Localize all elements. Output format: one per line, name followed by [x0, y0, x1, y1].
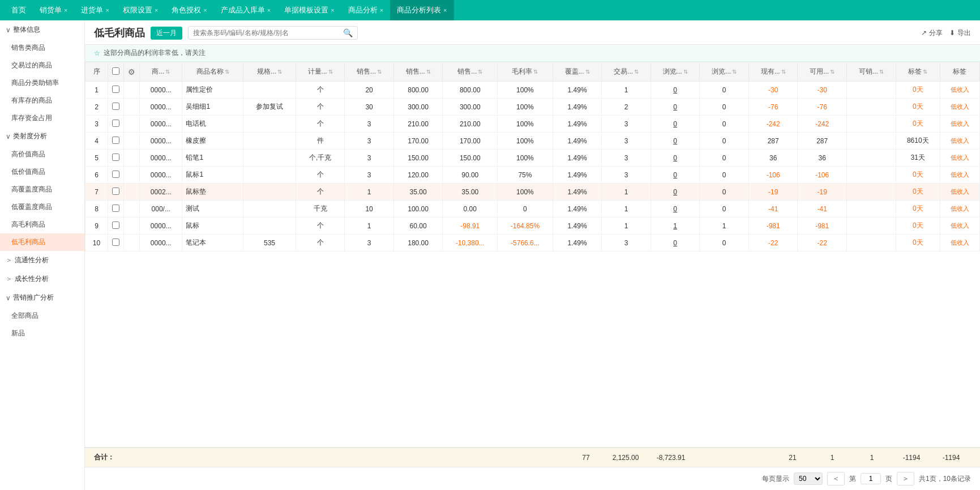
row-checkbox[interactable] [112, 238, 119, 246]
th-sales-price[interactable]: 销售...⇅ [393, 62, 443, 82]
nav-sales-order[interactable]: 销货单 × [33, 0, 74, 20]
view1-link[interactable]: 1 [673, 222, 677, 230]
row-checkbox[interactable] [112, 171, 119, 178]
th-spec[interactable]: 规格...⇅ [243, 62, 296, 82]
view1-link[interactable]: 0 [673, 171, 677, 179]
cell-view1[interactable]: 0 [651, 167, 700, 184]
nav-close-permission[interactable]: × [155, 7, 158, 14]
sidebar-group-tier[interactable]: ∨ 类射度分析 [0, 127, 84, 146]
sidebar-item-high-coverage[interactable]: 高覆盖度商品 [0, 181, 84, 198]
cell-check[interactable] [108, 99, 124, 116]
th-check[interactable] [108, 62, 124, 82]
cell-view1[interactable]: 0 [651, 133, 700, 150]
cell-check[interactable] [108, 150, 124, 167]
row-checkbox[interactable] [112, 204, 119, 212]
nav-close-purchase[interactable]: × [105, 7, 109, 14]
th-sales-profit[interactable]: 销售...⇅ [443, 62, 498, 82]
cell-check[interactable] [108, 167, 124, 184]
sidebar-group-growth[interactable]: ＞ 成长性分析 [0, 270, 84, 288]
row-checkbox[interactable] [112, 154, 119, 161]
check-all[interactable] [112, 67, 119, 75]
cell-view1[interactable]: 0 [651, 82, 700, 99]
th-transaction[interactable]: 交易...⇅ [602, 62, 651, 82]
cell-check[interactable] [108, 218, 124, 235]
cell-check[interactable] [108, 82, 124, 99]
settings-icon[interactable]: ⚙ [128, 67, 135, 76]
sidebar-item-all-products[interactable]: 全部商品 [0, 307, 84, 325]
sidebar-group-overall[interactable]: ∨ 整体信息 [0, 20, 84, 39]
th-coverage[interactable]: 覆盖...⇅ [553, 62, 602, 82]
nav-product-entry[interactable]: 产成品入库单 × [214, 0, 277, 20]
sidebar-item-sales-products[interactable]: 销售类商品 [0, 39, 84, 57]
period-button[interactable]: 近一月 [151, 27, 182, 40]
nav-close-sales[interactable]: × [64, 7, 67, 14]
view1-link[interactable]: 0 [673, 103, 677, 111]
cell-view1[interactable]: 0 [651, 116, 700, 133]
next-page-button[interactable]: ＞ [897, 472, 914, 485]
nav-close-product[interactable]: × [267, 7, 271, 14]
row-checkbox[interactable] [112, 137, 119, 144]
th-saleable[interactable]: 可销...⇅ [846, 62, 896, 82]
sidebar-item-high-margin[interactable]: 高毛利商品 [0, 216, 84, 233]
cell-view1[interactable]: 0 [651, 184, 700, 201]
export-button[interactable]: ⬇ 导出 [949, 28, 971, 38]
view1-link[interactable]: 0 [673, 137, 677, 145]
th-view2[interactable]: 浏览...⇅ [700, 62, 749, 82]
prev-page-button[interactable]: ＜ [827, 472, 845, 485]
th-gross-margin[interactable]: 毛利率⇅ [498, 62, 553, 82]
row-checkbox[interactable] [112, 221, 119, 229]
sidebar-item-low-coverage[interactable]: 低覆盖度商品 [0, 198, 84, 216]
th-name[interactable]: 商品名称⇅ [182, 62, 243, 82]
cell-view1[interactable]: 0 [651, 150, 700, 167]
view1-link[interactable]: 0 [673, 205, 677, 213]
th-unit[interactable]: 计量...⇅ [296, 62, 345, 82]
sidebar-item-stock-funds[interactable]: 库存资金占用 [0, 109, 84, 127]
view1-link[interactable]: 0 [673, 154, 677, 162]
sidebar-group-marketing[interactable]: ∨ 营销推广分析 [0, 288, 84, 307]
page-size-select[interactable]: 50 100 200 [794, 472, 823, 485]
sidebar-item-in-stock[interactable]: 有库存的商品 [0, 92, 84, 109]
th-code[interactable]: 商...⇅ [140, 62, 182, 82]
nav-analysis-list[interactable]: 商品分析列表 × [390, 0, 453, 20]
view1-link[interactable]: 0 [673, 239, 677, 247]
row-checkbox[interactable] [112, 120, 119, 127]
th-days[interactable]: 标签⇅ [896, 62, 940, 82]
nav-close-role[interactable]: × [203, 7, 207, 14]
cell-view1[interactable]: 0 [651, 235, 700, 252]
page-number-input[interactable] [861, 473, 881, 484]
view1-link[interactable]: 0 [673, 188, 677, 196]
sidebar-group-flow[interactable]: ＞ 流通性分析 [0, 251, 84, 270]
row-checkbox[interactable] [112, 103, 119, 110]
nav-home[interactable]: 首页 [5, 0, 33, 20]
th-view1[interactable]: 浏览...⇅ [651, 62, 700, 82]
cell-view1[interactable]: 1 [651, 218, 700, 235]
nav-product-analysis[interactable]: 商品分析 × [341, 0, 390, 20]
sidebar-item-traded-products[interactable]: 交易过的商品 [0, 57, 84, 74]
sidebar-item-high-value[interactable]: 高价值商品 [0, 146, 84, 163]
nav-close-analysis-list[interactable]: × [443, 7, 447, 14]
row-checkbox[interactable] [112, 86, 119, 93]
cell-check[interactable] [108, 235, 124, 252]
nav-close-analysis[interactable]: × [380, 7, 383, 14]
sidebar-item-category-rate[interactable]: 商品分类助销率 [0, 74, 84, 92]
sidebar-item-low-margin[interactable]: 低毛利商品 [0, 233, 84, 251]
share-button[interactable]: ↗ 分享 [921, 28, 943, 38]
cell-view1[interactable]: 0 [651, 201, 700, 218]
sidebar-item-low-value[interactable]: 低价值商品 [0, 163, 84, 181]
nav-template[interactable]: 单据模板设置 × [277, 0, 341, 20]
nav-purchase-order[interactable]: 进货单 × [74, 0, 115, 20]
cell-view1[interactable]: 0 [651, 99, 700, 116]
search-input[interactable] [193, 29, 343, 37]
view1-link[interactable]: 0 [673, 86, 677, 94]
cell-check[interactable] [108, 133, 124, 150]
th-current-stock[interactable]: 现有...⇅ [748, 62, 798, 82]
cell-check[interactable] [108, 116, 124, 133]
nav-permission[interactable]: 权限设置 × [116, 0, 165, 20]
nav-role-auth[interactable]: 角色授权 × [165, 0, 213, 20]
nav-close-template[interactable]: × [331, 7, 334, 14]
row-checkbox[interactable] [112, 188, 119, 195]
cell-check[interactable] [108, 201, 124, 218]
sidebar-item-new-products[interactable]: 新品 [0, 325, 84, 342]
cell-check[interactable] [108, 184, 124, 201]
search-icon[interactable]: 🔍 [343, 28, 353, 37]
